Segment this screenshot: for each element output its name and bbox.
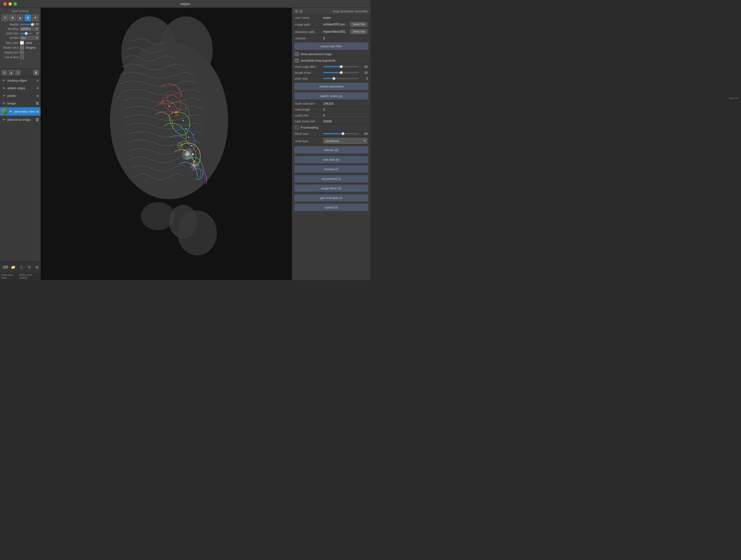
- short-segs-row: short segs filter 10: [292, 64, 370, 70]
- right-panel-controls: [295, 10, 303, 13]
- select-list-button[interactable]: ▲: [8, 70, 14, 75]
- maximize-button[interactable]: [13, 2, 17, 6]
- layer-item-added-edges[interactable]: 👁 added edges ≋: [0, 84, 41, 92]
- rp-search-button[interactable]: [299, 10, 303, 13]
- folder-icon[interactable]: 📁: [10, 264, 16, 270]
- rp-point-size-label: point size: [295, 77, 322, 80]
- move-tool-button[interactable]: ✛: [24, 14, 31, 21]
- display-text-label: display text:: [2, 51, 19, 54]
- right-panel-title: Segs Annotator (neurofly): [333, 10, 368, 13]
- minimize-button[interactable]: [8, 2, 12, 6]
- select-file-button[interactable]: Select file: [350, 22, 367, 27]
- proofreading-checkbox[interactable]: [295, 126, 299, 129]
- select-file2-button[interactable]: Select file: [350, 29, 367, 34]
- get-next-task-button[interactable]: get next task (n): [294, 194, 368, 201]
- nodes-left-label: nodes left: [295, 114, 322, 117]
- face-color-swatch[interactable]: [20, 41, 24, 45]
- layer-list-panel: ⊡ ▲ ⬡ 🗑 layer list 👁 existing edges ≋ 👁 …: [0, 69, 41, 261]
- out-of-slice-checkbox[interactable]: [20, 55, 24, 59]
- length-thres-slider[interactable]: [323, 72, 359, 73]
- total-nodes-left-value: 56890: [323, 120, 368, 123]
- deconvolve-button[interactable]: deconvolve (i): [294, 175, 368, 182]
- add-layer-button[interactable]: ⊕: [9, 14, 16, 21]
- layer-name-image: image: [7, 102, 35, 105]
- short-segs-slider[interactable]: [323, 66, 359, 67]
- node-type-select[interactable]: undefined ▾: [323, 138, 368, 144]
- select-tool-button[interactable]: ▲: [17, 14, 24, 21]
- grid-icon[interactable]: ⊞: [34, 264, 40, 270]
- total-length-value: 0: [323, 108, 368, 111]
- points-tool-button[interactable]: ⊡: [2, 70, 7, 75]
- close-layer-button[interactable]: ✕: [2, 14, 8, 21]
- show-panorama-checkbox[interactable]: ✓: [295, 52, 299, 56]
- refresh-panorama-button[interactable]: refresh panorama: [294, 83, 368, 90]
- eye-added-edges-icon[interactable]: 👁: [2, 86, 6, 90]
- eye-panorama-image-icon[interactable]: 👁: [2, 117, 6, 122]
- svg-point-3: [159, 16, 213, 84]
- switch-mode-button[interactable]: switch mode (q): [294, 92, 368, 100]
- rp-point-size-slider[interactable]: [323, 78, 359, 79]
- opacity-row: opacity: 1.00: [2, 23, 39, 26]
- channel-value: 0: [323, 37, 368, 40]
- last-task-button[interactable]: last task (b): [294, 156, 368, 163]
- border-color-swatch[interactable]: [20, 46, 24, 50]
- block-size-slider[interactable]: [323, 133, 359, 134]
- svg-point-12: [178, 210, 217, 255]
- channel-label: channel: [295, 37, 322, 40]
- eye-panorama-view-icon[interactable]: 👁: [8, 109, 13, 114]
- layer-item-panorama-view[interactable]: 👁 panorama view ⊕: [0, 107, 41, 116]
- face-color-label: face color:: [2, 41, 19, 45]
- transform-icon[interactable]: ⟲: [26, 264, 32, 270]
- layer-name-points: points: [7, 94, 35, 98]
- display-text-checkbox[interactable]: ✓: [20, 50, 24, 54]
- svg-point-24: [190, 125, 191, 126]
- node-selection-value: 196316: [323, 102, 368, 105]
- out-of-slice-label: out of slice:: [2, 56, 19, 59]
- rp-close-button[interactable]: [295, 10, 298, 13]
- transform-tool-button[interactable]: ✦: [32, 14, 39, 21]
- cube-icon[interactable]: ⬡: [18, 264, 24, 270]
- total-nodes-left-row: total nodes left 56890: [292, 119, 370, 124]
- collapse-dots[interactable]: ···: [2, 60, 39, 67]
- opacity-value: 1.00: [33, 23, 39, 26]
- total-nodes-left-label: total nodes left: [295, 120, 322, 123]
- layer-item-panorama-image[interactable]: 👁 panorama image 🖼: [0, 116, 41, 124]
- svg-point-21: [172, 103, 173, 104]
- blending-select[interactable]: additive ▾: [20, 27, 39, 31]
- polygon-list-button[interactable]: ⬡: [15, 70, 21, 75]
- border-color-row: border color: dimgrey: [2, 46, 39, 50]
- blending-chevron-icon: ▾: [36, 27, 38, 30]
- terminal-icon[interactable]: ⌨: [2, 264, 8, 270]
- eye-points-icon[interactable]: 👁: [2, 94, 6, 98]
- short-segs-label: short segs filter: [295, 65, 322, 68]
- node-selection-label: node selection: [295, 102, 322, 105]
- canvas-area[interactable]: [41, 8, 292, 280]
- display-text-row: display text: ✓: [2, 50, 39, 54]
- show-long-segs-label: show/hide long segments: [300, 59, 335, 62]
- svg-point-8: [192, 164, 196, 168]
- export-swc-button[interactable]: export swc files: [294, 43, 368, 50]
- recover-button[interactable]: recover (r): [294, 166, 368, 173]
- point-size-label: point size:: [2, 32, 19, 35]
- channel-row: channel 0: [292, 36, 370, 41]
- close-button[interactable]: [3, 2, 7, 6]
- refresh-d-button[interactable]: refresh (d): [294, 146, 368, 153]
- point-size-slider[interactable]: [20, 33, 32, 34]
- svg-point-2: [121, 16, 178, 89]
- eye-existing-edges-icon[interactable]: 👁: [2, 78, 6, 83]
- face-color-name: white: [25, 41, 32, 45]
- symbol-row: symbol: disc ▾: [2, 36, 39, 40]
- symbol-select[interactable]: disc ▾: [20, 36, 39, 40]
- svg-point-17: [188, 137, 189, 138]
- layer-item-existing-edges[interactable]: 👁 existing edges ≋: [0, 77, 41, 84]
- layer-controls-header: layer controls: [2, 10, 39, 13]
- right-panel: Segs Annotator (neurofly) user name test…: [292, 8, 370, 280]
- delete-layer-button[interactable]: 🗑: [33, 70, 39, 75]
- eye-image-icon[interactable]: 👁: [2, 101, 6, 106]
- layer-item-image[interactable]: 👁 image 🖼: [0, 100, 41, 107]
- submit-button[interactable]: submit (f): [294, 204, 368, 211]
- purge-block-button[interactable]: purge block (c): [294, 185, 368, 192]
- opacity-slider[interactable]: [20, 24, 32, 25]
- layer-item-points[interactable]: 👁 points ⊕: [0, 92, 41, 100]
- show-long-segs-checkbox[interactable]: ✓: [295, 59, 299, 62]
